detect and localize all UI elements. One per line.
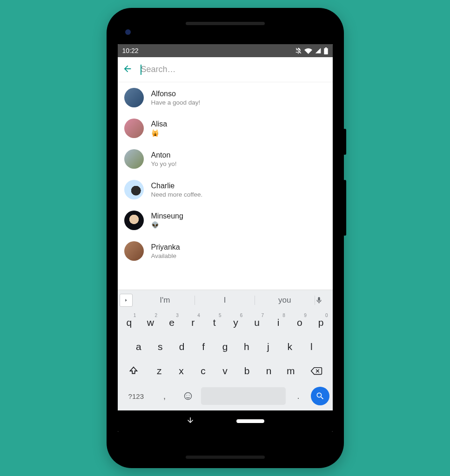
key-period[interactable]: . bbox=[288, 385, 309, 407]
nav-back-button[interactable] bbox=[186, 416, 195, 426]
key-t[interactable]: t5 bbox=[205, 312, 224, 333]
search-icon bbox=[316, 391, 325, 401]
list-item[interactable]: Alisa 🙀 bbox=[118, 113, 333, 144]
key-search[interactable] bbox=[311, 387, 329, 405]
avatar bbox=[124, 241, 144, 261]
key-v[interactable]: v bbox=[215, 360, 235, 382]
key-u[interactable]: u7 bbox=[247, 312, 267, 333]
key-d[interactable]: d bbox=[172, 336, 191, 357]
chevron-right-icon bbox=[124, 298, 128, 303]
key-x[interactable]: x bbox=[171, 360, 191, 382]
key-shift[interactable] bbox=[120, 360, 148, 382]
search-input[interactable] bbox=[141, 65, 328, 74]
key-o[interactable]: o9 bbox=[290, 312, 309, 333]
key-h[interactable]: h bbox=[237, 336, 256, 357]
key-p[interactable]: p0 bbox=[311, 312, 331, 333]
keyboard-row: q1 w2 e3 r4 t5 y6 u7 i8 o9 p0 bbox=[118, 311, 333, 335]
microphone-icon bbox=[315, 295, 323, 305]
contact-status: Available bbox=[151, 252, 180, 259]
search-bar bbox=[118, 57, 333, 82]
nav-back-icon bbox=[186, 416, 195, 424]
contact-name: Minseung bbox=[151, 212, 183, 220]
key-f[interactable]: f bbox=[194, 336, 213, 357]
key-e[interactable]: e3 bbox=[162, 312, 181, 333]
screen: 10:22 Alfonso bbox=[118, 44, 333, 432]
key-emoji[interactable] bbox=[177, 385, 199, 407]
key-m[interactable]: m bbox=[281, 360, 301, 382]
list-item[interactable]: Alfonso Have a good day! bbox=[118, 82, 333, 113]
key-a[interactable]: a bbox=[129, 336, 148, 357]
list-item[interactable]: Minseung 👽 bbox=[118, 205, 333, 236]
suggestion[interactable]: I'm bbox=[135, 296, 195, 305]
key-s[interactable]: s bbox=[150, 336, 170, 357]
power-button bbox=[343, 129, 346, 155]
voice-input-button[interactable] bbox=[315, 295, 331, 305]
android-navbar bbox=[118, 410, 333, 432]
key-w[interactable]: w2 bbox=[141, 312, 160, 333]
earpiece bbox=[186, 22, 265, 25]
contact-status: Yo yo yo! bbox=[151, 160, 177, 167]
svg-point-2 bbox=[189, 395, 190, 396]
list-item[interactable]: Priyanka Available bbox=[118, 236, 333, 266]
nav-home-pill[interactable] bbox=[236, 419, 264, 423]
suggestion-row: I'm I you bbox=[118, 290, 333, 311]
suggestion[interactable]: you bbox=[255, 296, 315, 305]
avatar bbox=[124, 211, 144, 230]
key-b[interactable]: b bbox=[237, 360, 257, 382]
avatar bbox=[124, 180, 144, 199]
search-field-wrap[interactable] bbox=[141, 65, 328, 74]
svg-point-1 bbox=[187, 395, 188, 396]
suggestion[interactable]: I bbox=[195, 296, 255, 305]
status-time: 10:22 bbox=[122, 47, 139, 54]
key-j[interactable]: j bbox=[258, 336, 278, 357]
list-item[interactable]: Anton Yo yo yo! bbox=[118, 144, 333, 174]
signal-icon bbox=[315, 47, 322, 54]
mute-icon bbox=[295, 47, 302, 54]
battery-icon bbox=[324, 47, 328, 54]
key-y[interactable]: y6 bbox=[226, 312, 246, 333]
status-icons bbox=[295, 47, 328, 54]
contact-status: 👽 bbox=[151, 221, 183, 229]
keyboard-row: a s d f g h j k l bbox=[118, 335, 333, 359]
key-c[interactable]: c bbox=[193, 360, 213, 382]
key-r[interactable]: r4 bbox=[183, 312, 203, 333]
key-comma[interactable]: , bbox=[154, 385, 175, 407]
phone-frame: 10:22 Alfonso bbox=[107, 8, 344, 468]
soft-keyboard: I'm I you q1 w2 e3 r4 t5 y6 u7 i8 o9 p0 bbox=[118, 290, 333, 410]
key-i[interactable]: i8 bbox=[269, 312, 288, 333]
list-item[interactable]: Charlie Need more coffee. bbox=[118, 174, 333, 205]
emoji-icon bbox=[183, 391, 193, 401]
key-q[interactable]: q1 bbox=[120, 312, 139, 333]
volume-button bbox=[343, 180, 346, 236]
avatar bbox=[124, 149, 144, 169]
expand-suggestions-button[interactable] bbox=[120, 294, 133, 307]
contact-name: Priyanka bbox=[151, 243, 180, 251]
back-button[interactable] bbox=[122, 64, 133, 76]
contact-name: Alisa bbox=[151, 120, 168, 128]
status-bar: 10:22 bbox=[118, 44, 333, 57]
key-space[interactable] bbox=[201, 387, 286, 405]
key-backspace[interactable] bbox=[302, 360, 330, 382]
svg-point-0 bbox=[185, 393, 192, 400]
key-symbols[interactable]: ?123 bbox=[121, 385, 152, 407]
contact-name: Alfonso bbox=[151, 90, 201, 98]
contact-status: Need more coffee. bbox=[151, 191, 203, 198]
text-caret bbox=[141, 65, 141, 75]
contact-list[interactable]: Alfonso Have a good day! Alisa 🙀 Anton Y… bbox=[118, 82, 333, 290]
keyboard-row: z x c v b n m bbox=[118, 359, 333, 383]
bottom-speaker bbox=[186, 456, 265, 459]
backspace-icon bbox=[310, 366, 322, 376]
key-k[interactable]: k bbox=[280, 336, 300, 357]
key-l[interactable]: l bbox=[302, 336, 321, 357]
key-g[interactable]: g bbox=[215, 336, 235, 357]
contact-name: Charlie bbox=[151, 182, 203, 190]
key-z[interactable]: z bbox=[149, 360, 169, 382]
key-n[interactable]: n bbox=[259, 360, 279, 382]
wifi-icon bbox=[304, 47, 312, 54]
avatar bbox=[124, 88, 144, 107]
contact-status: 🙀 bbox=[151, 129, 168, 137]
arrow-left-icon bbox=[122, 64, 133, 74]
contact-status: Have a good day! bbox=[151, 99, 201, 106]
avatar bbox=[124, 119, 144, 138]
contact-name: Anton bbox=[151, 151, 177, 159]
